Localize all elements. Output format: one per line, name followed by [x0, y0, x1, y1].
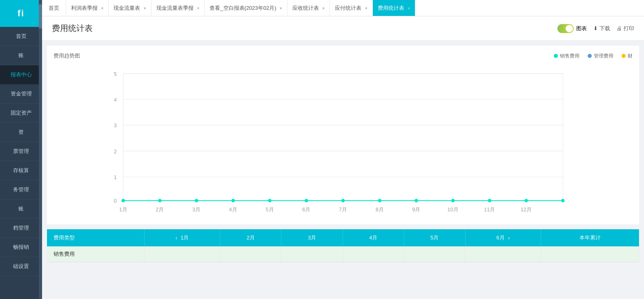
svg-point-19: [341, 199, 345, 202]
legend-dot-finance: [622, 54, 626, 58]
col-month-3: 3月: [281, 229, 343, 246]
col-month-2: 2月: [220, 229, 281, 246]
svg-point-23: [488, 199, 491, 202]
tab-close-receivable[interactable]: ×: [322, 6, 325, 11]
tab-close-expense-stats[interactable]: ×: [408, 6, 410, 11]
tab-close-cashflow-quarterly[interactable]: ×: [197, 6, 199, 11]
sidebar: fi 首页 账 报表中心 资金管理 固定资产 资 票管理 存核算 务管理 账 档…: [0, 0, 42, 299]
sidebar-scrollbar[interactable]: [39, 0, 42, 299]
svg-text:7月: 7月: [339, 207, 347, 213]
cell-type-sales: 销售费用: [47, 246, 144, 262]
legend-dot-sales: [554, 54, 558, 58]
legend-dot-admin: [588, 54, 592, 58]
trend-chart: 5 4 3 2 1 0: [53, 63, 633, 218]
svg-point-21: [414, 199, 418, 202]
chart-container: 5 4 3 2 1 0: [53, 63, 633, 218]
sidebar-item-archive[interactable]: 档管理: [0, 219, 42, 238]
svg-text:4: 4: [114, 97, 117, 103]
table-row-sales: 销售费用: [47, 246, 639, 262]
toggle-thumb: [566, 25, 573, 32]
tab-receivable[interactable]: 应收统计表 ×: [287, 0, 330, 16]
svg-text:2月: 2月: [156, 207, 164, 213]
cell-sales-m5: [404, 246, 465, 262]
svg-point-13: [121, 199, 125, 202]
tab-close-cashflow[interactable]: ×: [143, 6, 146, 11]
svg-text:0: 0: [114, 198, 117, 204]
tab-close-blank-report[interactable]: ×: [280, 6, 282, 11]
legend-admin: 管理费用: [588, 53, 613, 60]
svg-text:1: 1: [114, 175, 117, 180]
print-button[interactable]: 🖨 打印: [617, 25, 634, 32]
legend-label-sales: 销售费用: [560, 53, 579, 60]
tab-close-payable[interactable]: ×: [365, 6, 367, 11]
svg-text:3: 3: [114, 123, 117, 128]
sidebar-item-service[interactable]: 务管理: [0, 180, 42, 199]
col-month-5: 5月: [404, 229, 465, 246]
chart-toggle[interactable]: [557, 24, 574, 33]
sidebar-item-reports[interactable]: 报表中心: [0, 65, 42, 84]
sidebar-item-account[interactable]: 账: [0, 46, 42, 65]
sidebar-item-assets[interactable]: 固定资产: [0, 104, 42, 123]
chart-legend: 销售费用 管理费用 财: [554, 53, 633, 60]
svg-point-15: [195, 199, 198, 202]
col-month-4: 4月: [343, 229, 404, 246]
svg-text:2: 2: [114, 149, 117, 155]
sidebar-item-inventory[interactable]: 存核算: [0, 161, 42, 180]
col-ytd: 本年累计: [541, 229, 639, 246]
tab-cashflow-quarterly[interactable]: 现金流量表季报 ×: [152, 0, 205, 16]
svg-text:5: 5: [114, 71, 117, 77]
tab-home[interactable]: 首页: [42, 0, 66, 16]
sidebar-item-ledger[interactable]: 账: [0, 199, 42, 219]
svg-point-25: [561, 199, 564, 202]
legend-sales: 销售费用: [554, 53, 579, 60]
svg-text:5月: 5月: [266, 207, 274, 213]
svg-text:9月: 9月: [412, 207, 420, 213]
tab-expense-stats[interactable]: 费用统计表 ×: [373, 0, 415, 16]
svg-point-16: [232, 199, 235, 202]
chart-title: 费用趋势图: [53, 52, 80, 60]
svg-text:4月: 4月: [229, 207, 237, 213]
tab-cashflow[interactable]: 现金流量表 ×: [109, 0, 151, 16]
chart-toggle-label: 图表: [576, 25, 587, 32]
sidebar-logo: fi: [0, 0, 42, 27]
expense-table: 费用类型 ‹ 1月 2月 3月 4月 5月: [47, 229, 639, 262]
download-button[interactable]: ⬇ 下载: [593, 25, 610, 32]
col-month-6: 6月 ›: [465, 229, 541, 246]
prev-month-arrow[interactable]: ‹: [176, 235, 178, 241]
main-area: 首页 利润表季报 × 现金流量表 × 现金流量表季报 × 查看_空白报表(202…: [42, 0, 644, 299]
sidebar-item-expense[interactable]: 畅报销: [0, 238, 42, 257]
tab-bar: 首页 利润表季报 × 现金流量表 × 现金流量表季报 × 查看_空白报表(202…: [42, 0, 644, 16]
svg-point-24: [524, 199, 528, 202]
content-area: 费用统计表 图表 ⬇ 下载 🖨 打印: [42, 16, 644, 299]
svg-rect-12: [123, 73, 563, 200]
page-title: 费用统计表: [52, 23, 93, 34]
svg-point-14: [158, 199, 161, 202]
print-icon: 🖨: [617, 25, 622, 31]
chart-section: 费用趋势图 销售费用 管理费用 财: [47, 46, 639, 224]
tab-close-profit-quarterly[interactable]: ×: [101, 6, 103, 11]
sidebar-item-fund[interactable]: 资金管理: [0, 84, 42, 104]
chart-toggle-wrap: 图表: [557, 24, 587, 33]
sidebar-item-invoice[interactable]: 票管理: [0, 142, 42, 161]
page-header: 费用统计表 图表 ⬇ 下载 🖨 打印: [42, 16, 644, 41]
sidebar-item-settings[interactable]: 础设置: [0, 257, 42, 276]
cell-sales-m1: [144, 246, 220, 262]
next-month-arrow[interactable]: ›: [508, 235, 510, 241]
sidebar-item-resource[interactable]: 资: [0, 123, 42, 142]
cell-sales-m4: [343, 246, 404, 262]
cell-sales-m6: [465, 246, 541, 262]
svg-point-22: [451, 199, 455, 202]
svg-point-20: [378, 199, 381, 202]
legend-finance: 财: [622, 53, 633, 60]
table-header-row: 费用类型 ‹ 1月 2月 3月 4月 5月: [47, 229, 639, 246]
cell-sales-m2: [220, 246, 281, 262]
tab-blank-report[interactable]: 查看_空白报表(2023年02月) ×: [205, 0, 287, 16]
sidebar-item-home[interactable]: 首页: [0, 27, 42, 46]
sidebar-scroll-thumb[interactable]: [39, 4, 42, 29]
tab-profit-quarterly[interactable]: 利润表季报 ×: [66, 0, 109, 16]
table-section: 费用类型 ‹ 1月 2月 3月 4月 5月: [47, 229, 639, 262]
tab-payable[interactable]: 应付统计表 ×: [330, 0, 372, 16]
svg-text:12月: 12月: [521, 207, 532, 213]
cell-sales-ytd: [541, 246, 639, 262]
legend-label-finance: 财: [628, 53, 633, 60]
